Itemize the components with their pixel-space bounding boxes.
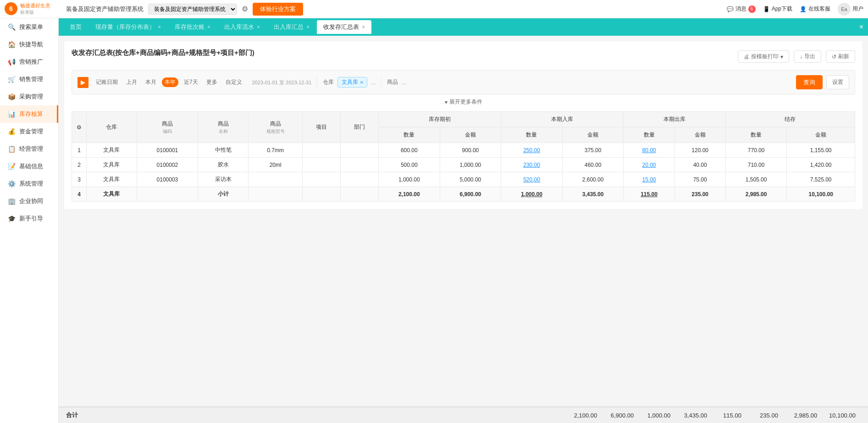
tab-bar-close[interactable]: × xyxy=(859,23,863,31)
date-btn-custom[interactable]: 自定义 xyxy=(223,77,245,87)
sidebar-item-basic[interactable]: 📝 基础信息 xyxy=(0,158,58,175)
cell-dept xyxy=(341,158,379,172)
tab-close-stock-dist[interactable]: × xyxy=(158,24,161,30)
date-filter-label: 记账日期 xyxy=(96,78,118,86)
cell-seq: 4 xyxy=(72,187,87,202)
col-spec: 商品规格型号 xyxy=(248,112,303,143)
cell-project xyxy=(303,187,341,202)
expand-more-btn[interactable]: ▾ 展开更多条件 xyxy=(445,98,482,106)
system-icon: ⚙️ xyxy=(7,180,16,188)
app-download-btn[interactable]: 📱 App下载 xyxy=(763,5,792,13)
cell-outbound-qty[interactable]: 20.00 xyxy=(624,158,674,172)
export-btn[interactable]: ↓ 导出 xyxy=(794,50,821,63)
data-table: ⚙ 仓库 商品编码 商品名称 商品规格型号 项目 部门 库存期初 本期入库 本期… xyxy=(72,111,855,202)
warehouse-tag[interactable]: 文具库 × xyxy=(337,77,367,88)
cell-code: 0100002 xyxy=(137,158,198,172)
sidebar-item-quicknav[interactable]: 🏠 快捷导航 xyxy=(0,36,58,53)
cell-warehouse: 文具库 xyxy=(87,187,137,202)
tag-close-icon[interactable]: × xyxy=(360,79,363,86)
tab-stock-dist[interactable]: 现存量（库存分布表） × xyxy=(89,20,167,34)
cell-dept xyxy=(341,172,379,187)
date-btn-last-month[interactable]: 上月 xyxy=(123,77,140,87)
tab-close-inout-flow[interactable]: × xyxy=(257,24,260,30)
logo-area: 6 畅捷通好生意 标准版 xyxy=(5,2,60,15)
goods-more[interactable]: ... xyxy=(402,79,406,86)
tab-close-batch[interactable]: × xyxy=(207,24,210,30)
tab-recv-sum[interactable]: 收发存汇总表 × xyxy=(317,20,371,34)
date-btn-more[interactable]: 更多 xyxy=(204,77,220,87)
col-group-outbound: 本期出库 xyxy=(624,112,725,127)
refresh-icon: ↺ xyxy=(832,54,836,60)
sidebar-item-system[interactable]: ⚙️ 系统管理 xyxy=(0,175,58,192)
cell-name: 中性笔 xyxy=(198,143,249,158)
cell-name: 小计 xyxy=(198,187,249,202)
service-icon: 👤 xyxy=(800,6,807,12)
print-template-btn[interactable]: 🖨 按模板打印 ▾ xyxy=(738,50,789,63)
cell-inbound-qty[interactable]: 520.00 xyxy=(501,172,563,187)
date-btn-this-year[interactable]: 本年 xyxy=(162,77,178,87)
sidebar-item-sales[interactable]: 🛒 销售管理 xyxy=(0,71,58,88)
tab-inout-flow[interactable]: 出入库流水 × xyxy=(218,20,266,34)
sidebar-item-finance[interactable]: 💰 资金管理 xyxy=(0,123,58,140)
enterprise-icon: 🏢 xyxy=(7,197,16,205)
sidebar-label: 搜索菜单 xyxy=(19,23,43,31)
table-row: 2 文具库 0100002 胶水 20ml 500.00 1,000.00 23… xyxy=(72,158,855,172)
sidebar-label: 经营管理 xyxy=(19,145,43,153)
logo-sub: 标准版 xyxy=(20,9,50,16)
col-opening-qty: 数量 xyxy=(378,127,440,143)
tab-inout-sum[interactable]: 出入库汇总 × xyxy=(267,20,316,34)
warehouse-more[interactable]: ... xyxy=(371,79,376,86)
export-icon: ↓ xyxy=(800,54,802,60)
user-menu[interactable]: Ea 用户 xyxy=(838,3,863,16)
avatar: Ea xyxy=(838,3,851,16)
tab-home[interactable]: 首页 xyxy=(63,20,88,34)
sidebar-item-enterprise[interactable]: 🏢 企业协同 xyxy=(0,192,58,210)
cell-outbound-qty[interactable]: 15.00 xyxy=(624,172,674,187)
cell-opening-amt: 5,000.00 xyxy=(440,172,501,187)
cell-inbound-qty[interactable]: 250.00 xyxy=(501,143,563,158)
footer-opening-qty: 2,100.00 xyxy=(567,412,604,419)
cell-balance-amt: 7,525.00 xyxy=(787,172,855,187)
online-service-btn[interactable]: 👤 在线客服 xyxy=(800,5,830,13)
sidebar-item-search[interactable]: 🔍 搜索菜单 xyxy=(0,18,58,36)
tab-close-inout-sum[interactable]: × xyxy=(306,24,310,30)
footer-balance-amt: 10,100.00 xyxy=(824,412,861,419)
filter-bar: ▶ 记账日期 上月 本月 本年 近7天 更多 自定义 xyxy=(72,70,855,94)
settings-icon-btn[interactable]: ⚙ xyxy=(242,5,248,13)
sidebar-item-marketing[interactable]: 📢 营销推广 xyxy=(0,53,58,71)
experience-button[interactable]: 体验行业方案 xyxy=(253,3,303,16)
cell-outbound-amt: 235.00 xyxy=(674,187,725,202)
system-selector[interactable]: 装备及固定资产辅助管理系统 xyxy=(148,4,237,15)
query-button[interactable]: 查询 xyxy=(796,75,823,89)
sidebar-label: 销售管理 xyxy=(19,75,43,83)
col-name: 商品名称 xyxy=(198,112,249,143)
cell-spec: 20ml xyxy=(248,158,303,172)
col-settings[interactable]: ⚙ xyxy=(72,112,87,143)
filter-row: 记账日期 上月 本月 本年 近7天 更多 自定义 2023-01-01 至 20… xyxy=(96,77,789,88)
col-balance-qty: 数量 xyxy=(725,127,787,143)
sidebar-item-purchase[interactable]: 📦 采购管理 xyxy=(0,88,58,105)
cell-outbound-qty[interactable]: 80.00 xyxy=(624,143,674,158)
sidebar-item-guide[interactable]: 🎓 新手引导 xyxy=(0,210,58,227)
goods-filter: 商品 ... xyxy=(387,78,406,86)
refresh-btn[interactable]: ↺ 刷新 xyxy=(826,50,855,63)
cell-inbound-amt: 375.00 xyxy=(562,143,624,158)
message-btn[interactable]: 💬 消息 6 xyxy=(727,5,756,13)
col-group-balance: 结存 xyxy=(725,112,855,127)
col-code: 商品编码 xyxy=(137,112,198,143)
sales-icon: 🛒 xyxy=(7,75,16,83)
tab-batch[interactable]: 库存批次账 × xyxy=(168,20,217,34)
footer-outbound-qty: 115.00 xyxy=(714,412,751,419)
tab-close-recv-sum[interactable]: × xyxy=(362,24,365,30)
set-button[interactable]: 设置 xyxy=(826,75,849,89)
marketing-icon: 📢 xyxy=(7,58,16,66)
sidebar-item-inventory[interactable]: 📊 库存核算 xyxy=(0,105,58,123)
cell-balance-amt: 1,155.00 xyxy=(787,143,855,158)
cell-inbound-qty[interactable]: 230.00 xyxy=(501,158,563,172)
expand-bar: ▾ 展开更多条件 xyxy=(72,98,855,106)
sidebar-item-operation[interactable]: 📋 经营管理 xyxy=(0,140,58,158)
date-btn-7days[interactable]: 近7天 xyxy=(181,77,201,87)
date-btn-this-month[interactable]: 本月 xyxy=(143,77,159,87)
filter-toggle-btn[interactable]: ▶ xyxy=(77,77,88,88)
cell-project xyxy=(303,158,341,172)
